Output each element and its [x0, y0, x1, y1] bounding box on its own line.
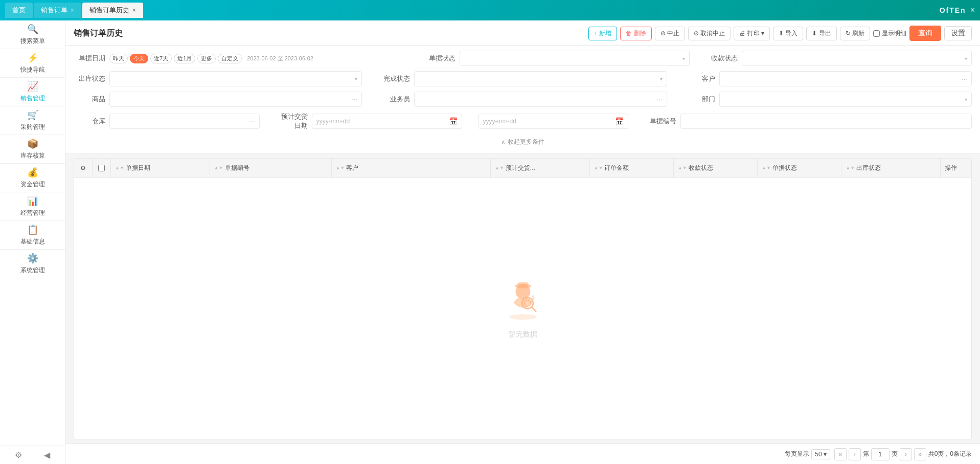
- export-button[interactable]: ⬇ 导出: [806, 27, 836, 40]
- stop-button[interactable]: ⊘ 中止: [655, 27, 685, 40]
- outbound-status-field[interactable]: ▾: [109, 71, 362, 86]
- tab-sales-order[interactable]: 销售订单 ×: [34, 3, 81, 18]
- sidebar-item-system-mgmt[interactable]: ⚙️ 系统管理: [0, 250, 65, 278]
- new-button[interactable]: + 新增: [588, 27, 617, 40]
- purchase-mgmt-icon: 🛒: [27, 109, 38, 121]
- th-outbound-status-label: 出库状态: [856, 164, 881, 172]
- sidebar-item-system-mgmt-label: 系统管理: [20, 266, 45, 275]
- calendar-end-icon[interactable]: 📅: [615, 117, 624, 125]
- sidebar-bottom: ⚙ ◀: [0, 446, 65, 464]
- date-btn-yesterday[interactable]: 昨天: [109, 54, 128, 63]
- tab-home[interactable]: 首页: [5, 3, 33, 18]
- bill-status-dropdown-icon: ▾: [682, 56, 685, 61]
- sidebar-item-inventory-check-label: 库存核算: [20, 151, 45, 160]
- page-last-button[interactable]: »: [914, 448, 926, 460]
- goods-field[interactable]: ···: [109, 92, 362, 107]
- th-number-label: 单据编号: [225, 164, 249, 172]
- th-payment-status[interactable]: ▲▼ 收款状态: [674, 159, 758, 178]
- th-settings[interactable]: ⚙: [74, 159, 93, 178]
- th-date[interactable]: ▲▼ 单据日期: [111, 159, 210, 178]
- bill-status-field[interactable]: ▾: [460, 51, 690, 66]
- th-delivery[interactable]: ▲▼ 预计交货...: [491, 159, 590, 178]
- warehouse-field[interactable]: ···: [109, 114, 260, 129]
- delivery-date-start-placeholder: yyyy-mm-dd: [316, 118, 447, 125]
- sidebar-item-operation-mgmt[interactable]: 📊 经营管理: [0, 192, 65, 221]
- date-btn-more[interactable]: 更多: [197, 54, 216, 63]
- th-customer[interactable]: ▲▼ 客户: [332, 159, 491, 178]
- sidebar-item-finance-mgmt[interactable]: 💰 资金管理: [0, 164, 65, 192]
- date-btn-7days[interactable]: 近7天: [150, 54, 172, 63]
- import-button-label: ⬆ 导入: [779, 29, 797, 38]
- sidebar-item-inventory-check[interactable]: 📦 库存核算: [0, 135, 65, 164]
- import-button[interactable]: ⬆ 导入: [773, 27, 803, 40]
- display-toggle-checkbox[interactable]: [873, 30, 880, 37]
- sidebar-item-basic-info[interactable]: 📋 基础信息: [0, 221, 65, 250]
- date-btn-1month[interactable]: 近1月: [174, 54, 195, 63]
- delete-button[interactable]: 🗑 删除: [620, 27, 651, 40]
- complete-status-field[interactable]: ▾: [414, 71, 667, 86]
- delivery-date-end-field[interactable]: yyyy-mm-dd 📅: [478, 114, 629, 129]
- export-button-label: ⬇ 导出: [812, 29, 831, 38]
- date-btn-today[interactable]: 今天: [130, 54, 148, 63]
- sidebar-item-quick-nav[interactable]: ⚡ 快捷导航: [0, 49, 65, 78]
- collapse-bar[interactable]: ∧ 收起更多条件: [74, 136, 972, 148]
- delivery-date-start-field[interactable]: yyyy-mm-dd 📅: [312, 114, 462, 129]
- calendar-start-icon[interactable]: 📅: [449, 117, 458, 125]
- th-number[interactable]: ▲▼ 单据编号: [210, 159, 332, 178]
- sidebar-item-search-menu[interactable]: 🔍 搜索菜单: [0, 20, 65, 49]
- empty-text: 暂无数据: [509, 330, 537, 339]
- customer-field[interactable]: ···: [719, 71, 972, 86]
- page-next-button[interactable]: ›: [900, 448, 912, 460]
- sidebar-item-purchase-mgmt[interactable]: 🛒 采购管理: [0, 106, 65, 135]
- query-button[interactable]: 查询: [909, 26, 941, 41]
- settings-button-label: 设置: [951, 29, 965, 38]
- select-all-checkbox[interactable]: [98, 165, 105, 171]
- svg-line-3: [532, 307, 536, 312]
- toolbar: + 新增 🗑 删除 ⊘ 中止 ⊘ 取消中止 🖨 打印 ▾ ⬆ 导入: [588, 26, 972, 41]
- department-label: 部门: [683, 95, 719, 104]
- page-number-input[interactable]: [871, 448, 890, 460]
- display-toggle-label: 显示明细: [882, 29, 906, 38]
- page-size-label: 每页显示: [785, 450, 809, 458]
- complete-status-dropdown-icon: ▾: [660, 76, 663, 82]
- refresh-button[interactable]: ↻ 刷新: [840, 27, 870, 40]
- department-field[interactable]: ▾: [719, 92, 972, 107]
- filter-row-4: 仓库 ··· 预计交货日期 yyyy-mm-dd 📅 — yyyy-mm-dd …: [74, 112, 972, 130]
- th-checkbox[interactable]: [93, 159, 111, 178]
- payment-status-dropdown-icon: ▾: [965, 56, 967, 61]
- delete-button-label: 🗑 删除: [626, 29, 646, 38]
- delivery-date-label: 预计交货日期: [276, 112, 312, 130]
- settings-button[interactable]: 设置: [944, 26, 972, 40]
- collapse-up-icon: ∧: [501, 139, 506, 146]
- th-amount[interactable]: ▲▼ 订单金额: [590, 159, 674, 178]
- payment-status-field[interactable]: ▾: [742, 51, 972, 66]
- topbar-close-icon[interactable]: ×: [970, 6, 975, 15]
- page-size-dropdown-icon: ▾: [824, 451, 827, 458]
- page-header: 销售订单历史 + 新增 🗑 删除 ⊘ 中止 ⊘ 取消中止 🖨 打印 ▾: [65, 20, 980, 46]
- date-btn-custom[interactable]: 自定义: [218, 54, 242, 63]
- th-bill-status[interactable]: ▲▼ 单据状态: [758, 159, 841, 178]
- basic-info-icon: 📋: [27, 224, 38, 235]
- sidebar-settings-icon[interactable]: ⚙: [15, 450, 22, 460]
- sales-order-history-tab-close[interactable]: ×: [132, 7, 136, 14]
- table-header: ⚙ ▲▼ 单据日期 ▲▼ 单据编号 ▲▼ 客户 ▲▼: [74, 159, 971, 178]
- sidebar-item-sales-mgmt[interactable]: 📈 销售管理: [0, 78, 65, 106]
- date-range-display: 2023-06-02 至 2023-06-02: [247, 55, 313, 62]
- cancel-stop-button[interactable]: ⊘ 取消中止: [688, 27, 731, 40]
- sidebar-collapse-icon[interactable]: ◀: [44, 450, 50, 460]
- page-size-dropdown[interactable]: 50 ▾: [811, 449, 830, 459]
- th-outbound-status[interactable]: ▲▼ 出库状态: [841, 159, 941, 178]
- page-first-button[interactable]: «: [834, 448, 847, 460]
- salesperson-field[interactable]: ···: [414, 92, 667, 107]
- print-button[interactable]: 🖨 打印 ▾: [734, 27, 770, 40]
- top-bar: 首页 销售订单 × 销售订单历史 × OfTEn ×: [0, 0, 980, 20]
- query-button-label: 查询: [918, 29, 932, 38]
- th-action: 操作: [941, 159, 971, 178]
- system-mgmt-icon: ⚙️: [27, 253, 38, 264]
- tab-sales-order-history[interactable]: 销售订单历史 ×: [82, 3, 143, 18]
- bill-no-field[interactable]: [680, 114, 972, 129]
- th-delivery-label: 预计交货...: [506, 164, 535, 172]
- page-prev-button[interactable]: ‹: [849, 448, 861, 460]
- sales-order-tab-close[interactable]: ×: [71, 7, 74, 14]
- display-toggle[interactable]: 显示明细: [873, 29, 906, 38]
